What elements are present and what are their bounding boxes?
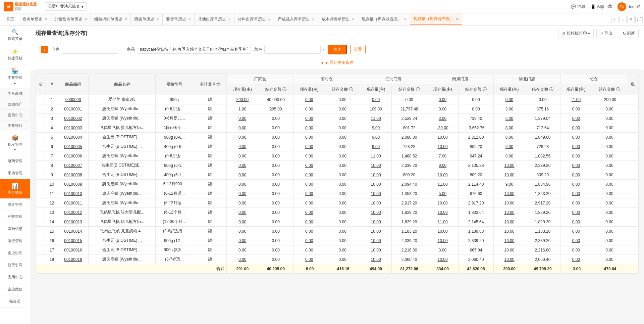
sidebar-item-search[interactable]: 🔍 搜索英单 bbox=[0, 26, 30, 45]
row-jiangbei-qty[interactable]: 10.00 bbox=[360, 180, 391, 189]
sidebar-subitem-members[interactable]: 会员中心 bbox=[0, 110, 30, 121]
row-yubei-qty[interactable]: 10.00 bbox=[493, 161, 525, 170]
row-zongc-qty[interactable]: 0.00 bbox=[560, 198, 592, 208]
sidebar-item-apps[interactable]: 应用中心 bbox=[0, 271, 30, 283]
row-changc-qty[interactable]: 0.00 bbox=[227, 123, 258, 133]
tab-close-icon[interactable]: ✕ bbox=[156, 17, 159, 21]
sidebar-item-wholesale[interactable]: 📦 批发管理 ▼ bbox=[0, 131, 30, 155]
sidebar-subitem-marketing[interactable]: 营销推广 bbox=[0, 99, 30, 110]
row-changc-qty[interactable]: 0.00 bbox=[227, 114, 258, 123]
row-code[interactable]: 00100007 bbox=[58, 161, 89, 170]
row-jiangbei-qty[interactable]: 11.00 bbox=[360, 151, 391, 161]
row-yubei-qty[interactable]: 8.00 bbox=[493, 123, 525, 133]
export-btn[interactable]: ↗ 导出 bbox=[596, 29, 616, 38]
tab-cost-adjust[interactable]: 成本调整单历史 ✕ bbox=[318, 13, 358, 25]
sidebar-subitem-retail-stats[interactable]: 零售统计 bbox=[0, 121, 30, 131]
row-nanan-qty[interactable]: 3.00 bbox=[427, 114, 458, 123]
row-nanan-qty[interactable]: 10.00 bbox=[427, 208, 458, 217]
row-code[interactable]: 00100008 bbox=[58, 170, 89, 180]
sidebar-item-vip[interactable]: 畅会员 bbox=[0, 295, 30, 308]
row-nanan-qty[interactable]: 11.00 bbox=[427, 217, 458, 227]
row-nanan-qty[interactable]: 7.00 bbox=[427, 151, 458, 161]
row-changc-qty[interactable]: 1.00 bbox=[227, 104, 258, 114]
industry-dropdown[interactable]: 母婴行业演示陈套 ▾ bbox=[45, 2, 87, 11]
tab-home[interactable]: 首页 bbox=[1, 13, 19, 25]
row-code[interactable]: 00100009 bbox=[58, 180, 89, 189]
row-mucun-qty[interactable]: 0.00 bbox=[293, 123, 325, 133]
row-code[interactable]: 00100013 bbox=[58, 217, 89, 227]
row-yubei-qty[interactable]: 10.00 bbox=[493, 208, 525, 217]
row-code[interactable]: 00100011 bbox=[58, 198, 89, 208]
row-jiangbei-qty[interactable]: 10.00 bbox=[360, 198, 391, 208]
tab-transfer[interactable]: 调拨单历史 ✕ bbox=[131, 13, 163, 25]
row-mucun-qty[interactable]: 0.00 bbox=[293, 208, 325, 217]
row-zongc-qty[interactable]: 0.00 bbox=[560, 189, 592, 198]
row-yubei-qty[interactable]: 10.00 bbox=[493, 255, 525, 264]
row-nanan-qty[interactable]: 10.00 bbox=[427, 142, 458, 151]
tab-close-icon[interactable]: ✕ bbox=[456, 17, 459, 21]
tab-stock-status[interactable]: 现存量（库存状况表） ✕ bbox=[358, 13, 410, 25]
query-btn[interactable]: 查询 bbox=[328, 45, 347, 54]
row-changc-qty[interactable]: 0.00 bbox=[227, 161, 258, 170]
row-changc-qty[interactable]: 0.00 bbox=[227, 170, 258, 180]
tab-production-in[interactable]: 产成品入库单历史 ✕ bbox=[274, 13, 318, 25]
row-mucun-qty[interactable]: 0.00 bbox=[293, 114, 325, 123]
row-changc-qty[interactable]: 0.00 bbox=[227, 245, 258, 255]
row-jiangbei-qty[interactable]: 10.00 bbox=[360, 245, 391, 255]
sidebar-item-ecommerce[interactable]: 电商管理 bbox=[0, 155, 30, 167]
tab-close-icon[interactable]: ✕ bbox=[312, 17, 315, 21]
row-nanan-qty[interactable]: -39.00 bbox=[427, 123, 458, 133]
row-zongc-qty[interactable]: 0.00 bbox=[560, 236, 592, 245]
row-yubei-qty[interactable]: 6.00 bbox=[493, 114, 525, 123]
row-zongc-qty[interactable]: 0.00 bbox=[560, 170, 592, 180]
sidebar-item-guide[interactable]: 新手引导 bbox=[0, 259, 30, 271]
row-jiangbei-qty[interactable]: 9.00 bbox=[360, 133, 391, 142]
row-jiangbei-qty[interactable]: 9.00 bbox=[360, 123, 391, 133]
row-jiangbei-qty[interactable]: 9.00 bbox=[360, 142, 391, 151]
row-zongc-qty[interactable]: 0.00 bbox=[560, 161, 592, 170]
sidebar-item-system[interactable]: 系统管理 bbox=[0, 235, 30, 247]
tab-close-icon[interactable]: ✕ bbox=[268, 17, 271, 21]
row-jiangbei-qty[interactable]: 10.00 bbox=[360, 255, 391, 264]
row-nanan-qty[interactable]: 0.00 bbox=[427, 104, 458, 114]
tab-stock-dist[interactable]: 现存量（库存分布表） ✕ bbox=[410, 13, 462, 25]
sidebar-item-finance[interactable]: 资金管理 bbox=[0, 199, 30, 211]
row-yubei-qty[interactable]: 0.00 bbox=[493, 95, 525, 104]
row-mucun-qty[interactable]: 0.00 bbox=[293, 227, 325, 236]
row-code[interactable]: 00100010 bbox=[58, 189, 89, 198]
sidebar-item-operations[interactable]: 经营管理 bbox=[0, 211, 30, 223]
row-jiangbei-qty[interactable]: 10.00 bbox=[360, 208, 391, 217]
tab-assembly[interactable]: 组装拆卸单历史 ✕ bbox=[91, 13, 131, 25]
row-nanan-qty[interactable]: 10.00 bbox=[427, 236, 458, 245]
print-btn[interactable]: 🖨 按模版打印 ▾ bbox=[558, 29, 594, 38]
app-download-btn[interactable]: 📱 App下载 bbox=[591, 4, 612, 9]
row-yubei-qty[interactable]: 9.00 bbox=[493, 142, 525, 151]
row-code[interactable]: 00100014 bbox=[58, 227, 89, 236]
tab-close-icon[interactable]: ✕ bbox=[404, 17, 407, 21]
user-area[interactable]: Ea demo2 bbox=[618, 2, 640, 11]
row-zongc-qty[interactable]: 0.00 bbox=[560, 104, 592, 114]
tab-order[interactable]: 要货单历史 ✕ bbox=[163, 13, 195, 25]
row-nanan-qty[interactable]: 5.00 bbox=[427, 189, 458, 198]
tab-close-icon[interactable]: ✕ bbox=[228, 17, 231, 21]
row-code[interactable]: 00100018 bbox=[58, 255, 89, 264]
row-changc-qty[interactable]: 200.00 bbox=[227, 95, 258, 104]
row-nanan-qty[interactable]: 11.00 bbox=[427, 180, 458, 189]
tab-close-icon[interactable]: ✕ bbox=[45, 17, 47, 21]
setting-btn[interactable]: 设置 bbox=[350, 45, 366, 54]
row-code[interactable]: 00100012 bbox=[58, 208, 89, 217]
tab-prev-btn[interactable]: ‹ bbox=[611, 16, 619, 23]
row-jiangbei-qty[interactable]: 10.00 bbox=[360, 227, 391, 236]
row-nanan-qty[interactable]: 9.00 bbox=[427, 161, 458, 170]
row-mucun-qty[interactable]: 0.00 bbox=[293, 180, 325, 189]
tab-material-out[interactable]: 材料出库单历史 ✕ bbox=[234, 13, 274, 25]
row-jiangbei-qty[interactable]: 109.00 bbox=[360, 104, 391, 114]
row-mucun-qty[interactable]: 0.00 bbox=[293, 161, 325, 170]
row-changc-qty[interactable]: 0.00 bbox=[227, 133, 258, 142]
row-yubei-qty[interactable]: 8.00 bbox=[493, 133, 525, 142]
row-zongc-qty[interactable]: 0.00 bbox=[560, 180, 592, 189]
row-jiangbei-qty[interactable]: 10.00 bbox=[360, 161, 391, 170]
row-jiangbei-qty[interactable]: 10.00 bbox=[360, 236, 391, 245]
warehouse-ellipsis[interactable]: ··· bbox=[120, 47, 123, 52]
row-mucun-qty[interactable]: 0.00 bbox=[293, 170, 325, 180]
